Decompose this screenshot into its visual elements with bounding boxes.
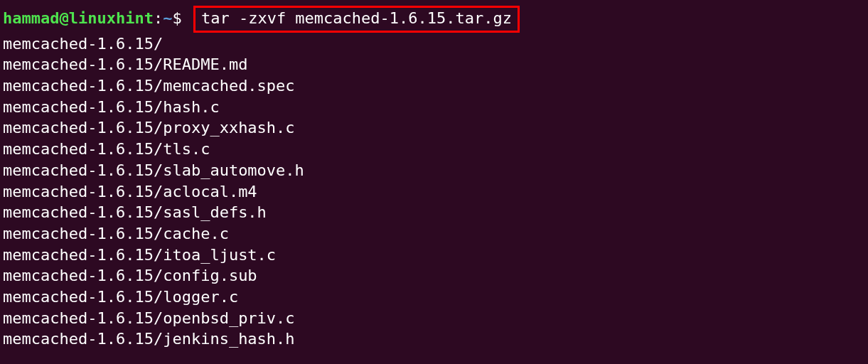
output-line: memcached-1.6.15/ <box>3 33 865 55</box>
output-line: memcached-1.6.15/itoa_ljust.c <box>3 245 865 266</box>
output-line: memcached-1.6.15/cache.c <box>3 223 865 245</box>
output-line: memcached-1.6.15/proxy_xxhash.c <box>3 117 865 139</box>
output-line: memcached-1.6.15/memcached.spec <box>3 75 865 97</box>
command-text[interactable]: tar -zxvf memcached-1.6.15.tar.gz <box>201 9 512 27</box>
output-line: memcached-1.6.15/jenkins_hash.h <box>3 328 865 350</box>
prompt-dollar: $ <box>172 9 181 27</box>
command-highlight-box: tar -zxvf memcached-1.6.15.tar.gz <box>193 6 520 33</box>
output-line: memcached-1.6.15/config.sub <box>3 265 865 287</box>
output-line: memcached-1.6.15/tls.c <box>3 139 865 160</box>
output-line: memcached-1.6.15/slab_automove.h <box>3 160 865 181</box>
prompt-colon: : <box>154 9 163 27</box>
prompt-path: ~ <box>163 9 172 27</box>
output-line: memcached-1.6.15/openbsd_priv.c <box>3 308 865 329</box>
output-line: memcached-1.6.15/sasl_defs.h <box>3 202 865 223</box>
output-line: memcached-1.6.15/logger.c <box>3 287 865 308</box>
prompt-user-host: hammad@linuxhint <box>3 9 154 27</box>
terminal-prompt-line: hammad@linuxhint:~$ tar -zxvf memcached-… <box>3 6 865 33</box>
output-line: memcached-1.6.15/README.md <box>3 54 865 75</box>
output-line: memcached-1.6.15/aclocal.m4 <box>3 181 865 203</box>
output-line: memcached-1.6.15/hash.c <box>3 97 865 118</box>
